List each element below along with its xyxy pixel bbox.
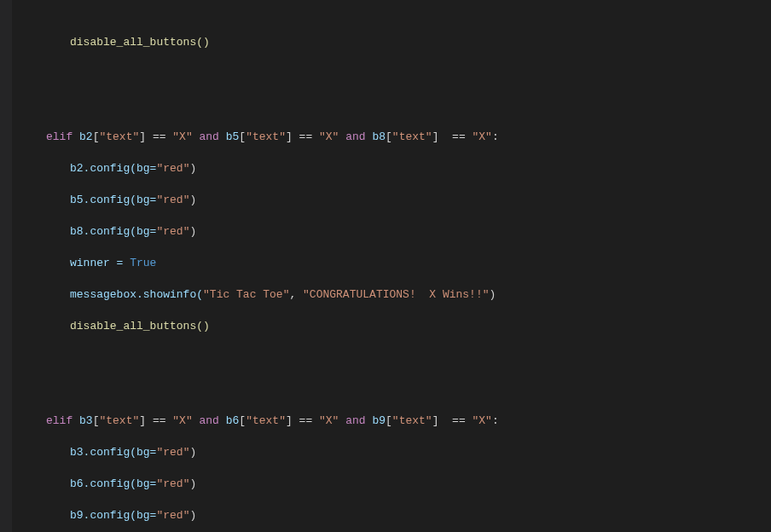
code-line: b2.config(bg="red") (22, 161, 771, 177)
code-line: disable_all_buttons() (22, 319, 771, 335)
code-line: b8.config(bg="red") (22, 224, 771, 240)
editor-gutter (0, 0, 12, 532)
code-line: b6.config(bg="red") (22, 477, 771, 493)
code-line: b9.config(bg="red") (22, 508, 771, 524)
code-line: messagebox.showinfo("Tic Tac Toe", "CONG… (22, 287, 771, 304)
code-editor[interactable]: disable_all_buttons() elif b2["text"] ==… (0, 3, 771, 532)
blank-line (22, 66, 771, 83)
code-line: elif b3["text"] == "X" and b6["text"] ==… (22, 413, 771, 430)
code-line: b5.config(bg="red") (22, 193, 771, 209)
code-line: disable_all_buttons() (22, 35, 771, 51)
blank-line (22, 350, 771, 367)
code-line: b3.config(bg="red") (22, 445, 771, 461)
code-line: winner = True (22, 256, 771, 272)
code-line: elif b2["text"] == "X" and b5["text"] ==… (22, 130, 771, 146)
fn-call: disable_all_buttons() (70, 36, 210, 49)
